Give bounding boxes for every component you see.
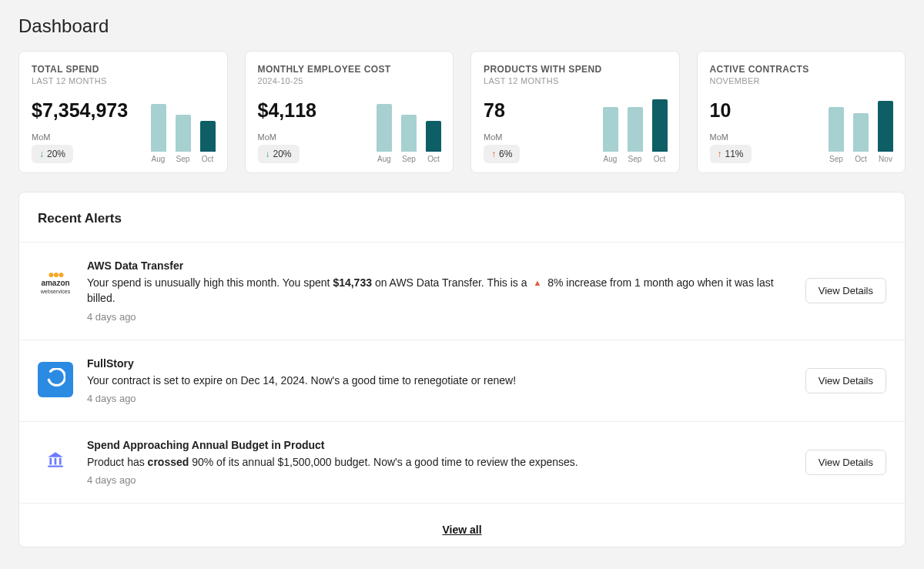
card-subtitle: NOVEMBER (710, 76, 893, 85)
bar-wrap: Oct (199, 121, 216, 163)
view-details-button[interactable]: View Details (805, 368, 886, 393)
bar-wrap: Sep (400, 115, 417, 163)
alert-description: Product has crossed 90% of its annual $1… (87, 454, 792, 470)
card-title: TOTAL SPEND (32, 64, 215, 75)
bar-wrap: Oct (852, 113, 869, 163)
alert-timestamp: 4 days ago (87, 311, 792, 323)
card-subtitle: LAST 12 MONTHS (32, 76, 215, 85)
svg-rect-0 (49, 458, 52, 465)
recent-alerts-title: Recent Alerts (38, 211, 886, 226)
mini-bar-chart: AugSepOct (150, 100, 216, 163)
card-title: ACTIVE CONTRACTS (710, 64, 893, 75)
stat-card: ACTIVE CONTRACTSNOVEMBER10MoM↑11%SepOctN… (697, 51, 906, 173)
aws-icon: ●●●amazonwebservices (38, 264, 73, 300)
bar-label: Oct (855, 155, 867, 163)
mini-bar-chart: AugSepOct (602, 100, 668, 163)
bar-label: Sep (402, 155, 416, 163)
view-all-row: View all (19, 504, 905, 547)
bar-wrap: Sep (175, 115, 192, 163)
bar-label: Nov (879, 155, 892, 163)
mom-value: 20% (273, 149, 292, 159)
bar-wrap: Oct (651, 99, 668, 163)
bar (176, 115, 191, 152)
arrow-down-icon: ↓ (266, 149, 270, 159)
stat-card: PRODUCTS WITH SPENDLAST 12 MONTHS78MoM↑6… (470, 51, 680, 173)
svg-rect-3 (48, 466, 63, 467)
bar-label: Oct (202, 155, 214, 163)
recent-alerts-panel: Recent Alerts ●●●amazonwebservicesAWS Da… (18, 192, 906, 547)
mom-pill: ↓20% (32, 145, 73, 163)
bar-label: Oct (654, 155, 666, 163)
mini-bar-chart: SepOctNov (828, 100, 894, 163)
bar (200, 121, 216, 152)
card-title: PRODUCTS WITH SPEND (484, 64, 667, 75)
stat-cards-row: TOTAL SPENDLAST 12 MONTHS$7,354,973MoM↓2… (18, 51, 906, 173)
stat-card: TOTAL SPENDLAST 12 MONTHS$7,354,973MoM↓2… (18, 51, 228, 173)
card-subtitle: 2024-10-25 (258, 76, 441, 85)
bank-icon (38, 443, 73, 479)
view-details-button[interactable]: View Details (805, 450, 886, 475)
fullstory-icon (38, 362, 73, 397)
bar (377, 104, 392, 152)
mom-value: 6% (499, 149, 512, 159)
bar-label: Aug (377, 155, 391, 163)
bar (401, 115, 417, 152)
bar (603, 107, 618, 152)
bar (628, 107, 643, 152)
bar (853, 113, 869, 152)
alert-body: FullStoryYour contract is set to expire … (87, 357, 792, 404)
bar-label: Aug (152, 155, 166, 163)
bar-wrap: Nov (877, 101, 894, 163)
alert-description: Your contract is set to expire on Dec 14… (87, 373, 792, 388)
mini-bar-chart: AugSepOct (376, 100, 442, 163)
alert-body: Spend Approaching Annual Budget in Produ… (87, 439, 792, 486)
bar-wrap: Sep (828, 107, 845, 163)
view-details-button[interactable]: View Details (805, 278, 886, 303)
panel-header: Recent Alerts (19, 192, 905, 243)
alert-title: FullStory (87, 357, 792, 370)
arrow-up-icon: ↑ (718, 149, 722, 159)
alert-description: Your spend is unusually high this month.… (87, 275, 792, 306)
stat-card: MONTHLY EMPLOYEE COST2024-10-25$4,118MoM… (245, 51, 454, 173)
alert-timestamp: 4 days ago (87, 393, 792, 404)
bar (151, 104, 166, 152)
bar-wrap: Oct (425, 121, 442, 163)
bar-label: Aug (604, 155, 618, 163)
svg-rect-1 (55, 458, 57, 465)
caret-up-icon: ▲ (530, 277, 544, 290)
mom-pill: ↑11% (710, 145, 752, 163)
mom-pill: ↑6% (484, 145, 520, 163)
alert-row: ●●●amazonwebservicesAWS Data TransferYou… (19, 243, 905, 340)
bar-label: Sep (628, 155, 642, 163)
arrow-down-icon: ↓ (39, 149, 44, 159)
page-title: Dashboard (18, 15, 906, 37)
bar (426, 121, 441, 152)
bar-wrap: Sep (627, 107, 644, 163)
view-all-link[interactable]: View all (442, 524, 481, 536)
arrow-up-icon: ↑ (491, 149, 496, 159)
bar-wrap: Aug (150, 104, 167, 163)
mom-value: 11% (725, 149, 744, 159)
alert-row: FullStoryYour contract is set to expire … (19, 340, 905, 422)
mom-pill: ↓20% (258, 145, 300, 163)
bar-label: Oct (427, 155, 440, 163)
bar (878, 101, 893, 152)
card-title: MONTHLY EMPLOYEE COST (258, 64, 441, 75)
mom-value: 20% (47, 149, 65, 159)
bar-wrap: Aug (376, 104, 393, 163)
alert-body: AWS Data TransferYour spend is unusually… (87, 259, 792, 323)
alert-timestamp: 4 days ago (87, 474, 792, 486)
svg-rect-2 (59, 458, 62, 465)
bar-label: Sep (176, 155, 190, 163)
bar-label: Sep (829, 155, 843, 163)
card-subtitle: LAST 12 MONTHS (484, 76, 667, 85)
alert-title: Spend Approaching Annual Budget in Produ… (87, 439, 792, 451)
bar (829, 107, 844, 152)
bar (652, 99, 668, 152)
alert-row: Spend Approaching Annual Budget in Produ… (19, 422, 905, 504)
bar-wrap: Aug (602, 107, 619, 163)
alert-title: AWS Data Transfer (87, 259, 792, 272)
